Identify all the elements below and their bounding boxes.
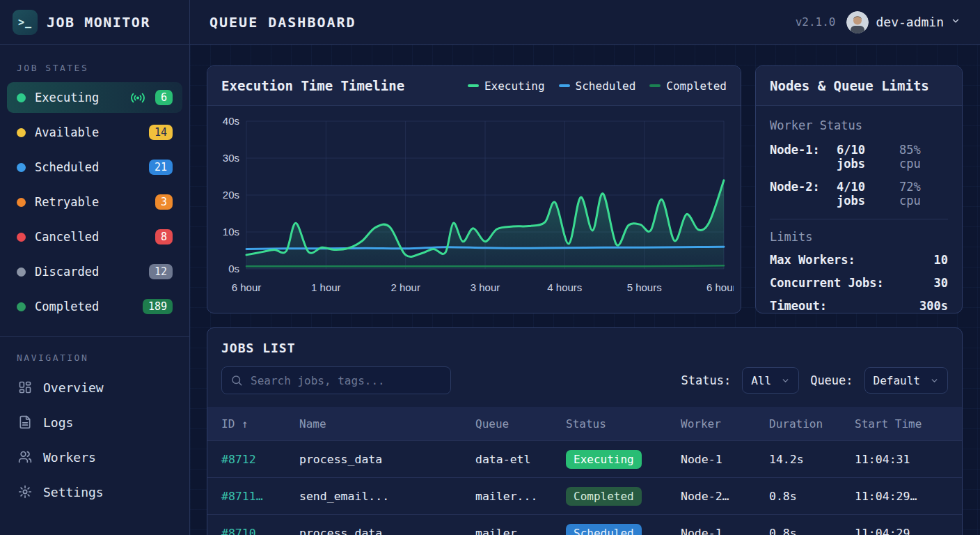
dashboard-content: Execution Time Timeline Executing Schedu…: [190, 45, 980, 535]
job-duration: 14.2s: [769, 453, 855, 466]
limit-row: Max Workers: 10: [770, 253, 948, 267]
state-label: Retryable: [35, 195, 99, 209]
state-label: Cancelled: [35, 230, 99, 244]
state-label: Discarded: [35, 265, 99, 279]
sidebar-item-overview[interactable]: Overview: [0, 370, 189, 405]
state-count-badge: 3: [155, 194, 173, 210]
gear-icon: [17, 484, 33, 499]
page-title: QUEUE DASHBOARD: [210, 14, 356, 31]
svg-text:5 hours: 5 hours: [627, 281, 662, 293]
terminal-logo-icon: >_: [13, 10, 38, 35]
column-duration[interactable]: Duration: [769, 417, 855, 431]
state-count-badge: 12: [149, 264, 173, 279]
sidebar: >_ JOB MONITOR JOB STATES Executing 6 Av…: [0, 0, 190, 535]
column-worker[interactable]: Worker: [681, 417, 769, 431]
svg-text:10s: 10s: [223, 226, 239, 238]
sidebar-item-settings[interactable]: Settings: [0, 474, 189, 509]
scheduled-legend-dash-icon: [559, 84, 570, 87]
job-duration: 0.8s: [769, 527, 855, 535]
limits-heading: Limits: [770, 230, 948, 244]
chevron-down-icon: [951, 15, 961, 29]
svg-text:2 hour: 2 hour: [390, 281, 420, 293]
nodes-limits-card: Nodes & Queue Limits Worker Status Node-…: [755, 65, 963, 313]
limit-row: Timeout: 300s: [770, 299, 948, 313]
jobs-list-title: JOBS LIST: [221, 341, 296, 355]
executing-legend-dash-icon: [468, 84, 479, 87]
table-row[interactable]: #8712 process_data data-etl Executing No…: [207, 440, 962, 477]
job-worker: Node-2…: [681, 490, 769, 503]
job-queue: data-etl: [475, 453, 566, 466]
sidebar-header: >_ JOB MONITOR: [0, 0, 189, 45]
version-label: v2.1.0: [796, 15, 836, 29]
state-label: Scheduled: [35, 160, 99, 174]
sidebar-item-available[interactable]: Available 14: [7, 117, 182, 148]
app-brand: JOB MONITOR: [47, 14, 150, 31]
column-status[interactable]: Status: [566, 417, 681, 431]
state-count-badge: 189: [143, 299, 173, 314]
legend-completed[interactable]: Completed: [649, 79, 727, 93]
executing-dot: [17, 93, 26, 102]
chevron-down-icon: [781, 376, 790, 385]
queue-filter-label: Queue:: [810, 373, 853, 387]
sidebar-item-discarded[interactable]: Discarded 12: [7, 256, 182, 287]
jobs-search: [221, 366, 451, 394]
timeline-card-header: Execution Time Timeline Executing Schedu…: [207, 66, 741, 106]
jobs-table: ID ↑ Name Queue Status Worker Duration S…: [207, 407, 962, 535]
status-filter-select[interactable]: All: [742, 367, 799, 394]
state-count-badge: 6: [155, 90, 173, 105]
job-name: send_email...: [299, 490, 475, 503]
node-status-row: Node-1: 6/10 jobs 85% cpu: [770, 143, 948, 171]
worker-status-heading: Worker Status: [770, 118, 948, 132]
job-id-link[interactable]: #8711…: [221, 490, 299, 503]
avatar: [846, 11, 869, 33]
timeline-chart: 0s10s20s30s40s6 hour1 hour2 hour3 hour4 …: [213, 111, 734, 302]
svg-text:1 hour: 1 hour: [311, 281, 341, 293]
nodes-card-header: Nodes & Queue Limits: [756, 66, 962, 106]
table-row[interactable]: #8711… send_email... mailer... Completed…: [207, 477, 962, 514]
job-id-link[interactable]: #8712: [221, 453, 299, 466]
user-menu[interactable]: dev-admin: [846, 11, 961, 33]
job-name: process_data: [299, 527, 475, 535]
grid-icon: [17, 380, 33, 395]
node-status-row: Node-2: 4/10 jobs 72% cpu: [770, 180, 948, 208]
sidebar-item-logs[interactable]: Logs: [0, 405, 189, 440]
column-start-time[interactable]: Start Time: [855, 417, 962, 431]
state-count-badge: 8: [155, 229, 173, 245]
svg-text:0s: 0s: [228, 263, 239, 274]
timeline-chart-area: 0s10s20s30s40s6 hour1 hour2 hour3 hour4 …: [207, 106, 741, 305]
limit-row: Concurrent Jobs: 30: [770, 276, 948, 290]
completed-legend-dash-icon: [649, 84, 661, 87]
completed-dot: [17, 302, 26, 311]
state-label: Available: [35, 125, 99, 139]
status-badge: Completed: [566, 487, 642, 506]
sidebar-item-cancelled[interactable]: Cancelled 8: [7, 222, 182, 252]
job-start-time: 11:04:29: [855, 527, 962, 535]
column-name[interactable]: Name: [299, 417, 475, 431]
table-row[interactable]: #8710 process_data mailer Scheduled Node…: [207, 514, 962, 535]
sidebar-item-executing[interactable]: Executing 6: [7, 82, 182, 113]
chevron-down-icon: [930, 376, 939, 385]
queue-filter-select[interactable]: Default: [864, 367, 948, 394]
sidebar-item-completed[interactable]: Completed 189: [7, 291, 182, 322]
svg-text:6 hours: 6 hours: [706, 281, 734, 293]
top-bar: QUEUE DASHBOARD v2.1.0: [190, 0, 980, 45]
state-label: Completed: [35, 300, 99, 313]
nodes-card-divider: [770, 219, 948, 219]
svg-text:3 hour: 3 hour: [471, 281, 500, 293]
discarded-dot: [17, 268, 26, 277]
sidebar-item-workers[interactable]: Workers: [0, 440, 189, 474]
job-start-time: 11:04:31: [855, 453, 962, 466]
jobs-list-card: JOBS LIST Status: All: [207, 327, 963, 535]
legend-scheduled[interactable]: Scheduled: [559, 79, 636, 93]
column-id[interactable]: ID ↑: [221, 417, 299, 431]
state-count-badge: 14: [149, 125, 173, 140]
job-id-link[interactable]: #8710: [221, 527, 299, 535]
column-queue[interactable]: Queue: [475, 417, 566, 431]
legend-executing[interactable]: Executing: [468, 79, 545, 93]
sidebar-item-retryable[interactable]: Retryable 3: [7, 187, 182, 217]
job-name: process_data: [299, 453, 475, 466]
sidebar-divider: [0, 336, 189, 337]
main-area: QUEUE DASHBOARD v2.1.0: [190, 0, 980, 535]
search-input[interactable]: [249, 373, 442, 388]
sidebar-item-scheduled[interactable]: Scheduled 21: [7, 152, 182, 183]
